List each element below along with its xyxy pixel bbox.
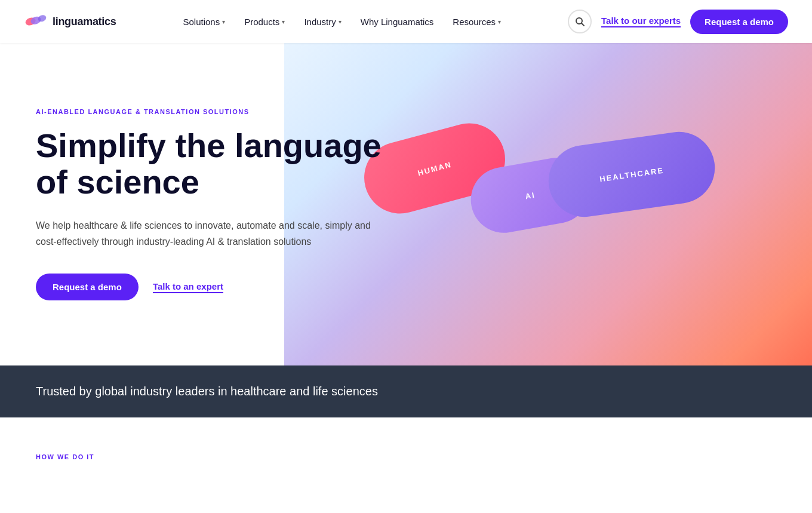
hero-title-line2: of science [36,163,199,201]
hero-title: Simplify the language of science [36,127,382,201]
logo-text: linguamatics [53,16,116,28]
logo[interactable]: linguamatics [24,13,116,30]
navbar: linguamatics Solutions ▾ Products ▾ Indu… [0,0,812,43]
search-icon [575,17,585,26]
hero-eyebrow: AI-ENABLED LANGUAGE & TRANSLATION SOLUTI… [36,108,382,115]
trust-text: Trusted by global industry leaders in he… [36,385,776,398]
how-section: HOW WE DO IT [0,417,812,484]
nav-item-solutions[interactable]: Solutions ▾ [174,12,233,32]
hero-pills: HUMAN AI HEALTHCARE [375,115,721,294]
request-demo-hero-button[interactable]: Request a demo [36,274,139,300]
pill-healthcare: HEALTHCARE [544,127,719,222]
nav-item-industry[interactable]: Industry ▾ [296,12,349,32]
hero-title-line1: Simplify the language [36,127,382,164]
nav-item-products[interactable]: Products ▾ [236,12,293,32]
nav-links: Solutions ▾ Products ▾ Industry ▾ Why Li… [174,12,509,32]
trust-bar: Trusted by global industry leaders in he… [0,365,812,417]
nav-actions: Talk to our experts Request a demo [568,10,788,34]
hero-section: HUMAN AI HEALTHCARE AI-ENABLED LANGUAGE … [0,43,812,365]
nav-item-resources[interactable]: Resources ▾ [444,12,509,32]
hero-cta: Request a demo Talk to an expert [36,274,382,300]
chevron-down-icon: ▾ [282,19,285,25]
how-section-eyebrow: HOW WE DO IT [36,453,776,460]
hero-content: AI-ENABLED LANGUAGE & TRANSLATION SOLUTI… [0,72,406,337]
hero-description: We help healthcare & life sciences to in… [36,217,382,250]
request-demo-nav-button[interactable]: Request a demo [690,10,788,34]
nav-item-why[interactable]: Why Linguamatics [352,12,442,32]
svg-line-4 [582,23,584,26]
chevron-down-icon: ▾ [222,19,225,25]
chevron-down-icon: ▾ [498,19,501,25]
talk-to-expert-hero-link[interactable]: Talk to an expert [153,281,223,293]
search-button[interactable] [568,10,592,33]
talk-to-experts-link[interactable]: Talk to our experts [601,16,681,27]
chevron-down-icon: ▾ [339,19,342,25]
